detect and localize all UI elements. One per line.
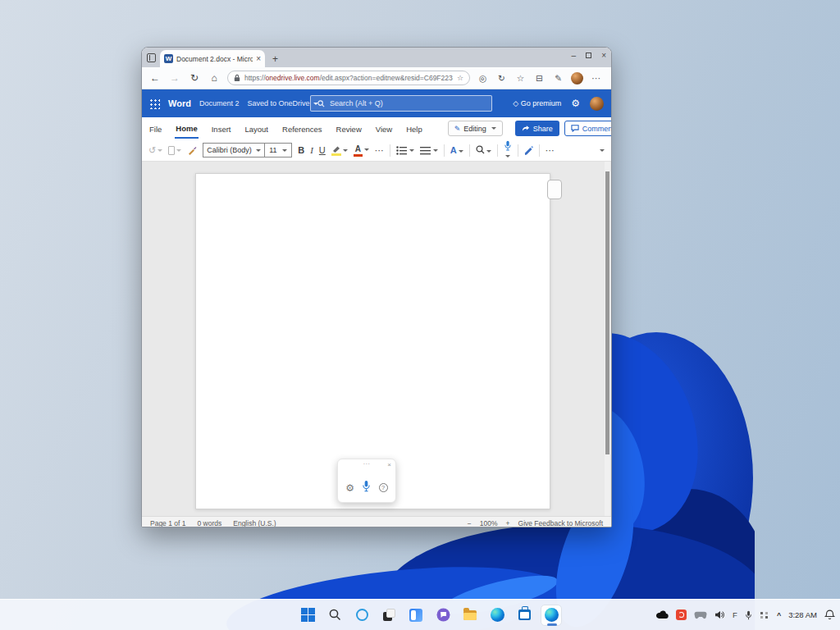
cortana-ring-icon — [356, 609, 368, 621]
paste-button[interactable] — [168, 145, 181, 156]
tab-insert[interactable]: Insert — [211, 120, 232, 138]
browser-profile-avatar[interactable] — [571, 72, 583, 84]
zoom-in-button[interactable]: + — [506, 519, 510, 527]
feedback-link[interactable]: Give Feedback to Microsoft — [518, 519, 603, 527]
browser-tab[interactable]: W Document 2.docx - Microsoft × — [160, 50, 265, 67]
tray-expand-icon[interactable]: ^ — [777, 611, 781, 619]
file-explorer-button[interactable] — [459, 605, 481, 626]
editor-icon[interactable] — [524, 145, 533, 155]
edge-button[interactable] — [486, 605, 508, 626]
scrollbar-thumb[interactable] — [605, 171, 609, 454]
line-spacing-icon — [420, 146, 431, 155]
onedrive-cloud-icon[interactable] — [655, 610, 669, 619]
cortana-button[interactable] — [351, 605, 372, 626]
forward-icon[interactable]: → — [168, 72, 181, 84]
sync-icon[interactable]: ↻ — [495, 73, 508, 83]
edge-running-button[interactable] — [541, 605, 562, 626]
home-icon[interactable]: ⌂ — [208, 72, 221, 84]
bullet-list-icon — [396, 146, 407, 155]
teams-chat-icon — [436, 608, 450, 622]
settings-gear-icon[interactable]: ⚙ — [571, 98, 580, 108]
more-font-options-button[interactable]: ⋯ — [375, 145, 384, 156]
tab-help[interactable]: Help — [405, 120, 423, 138]
bullets-button[interactable] — [396, 146, 407, 155]
tab-review[interactable]: Review — [336, 120, 363, 138]
favorites-icon[interactable]: ☆ — [457, 74, 463, 82]
microsoft-store-button[interactable] — [514, 605, 535, 626]
zoom-out-button[interactable]: − — [468, 519, 472, 527]
language-indicator[interactable]: English (U.S.) — [233, 519, 276, 527]
underline-button[interactable]: U — [319, 145, 326, 155]
notifications-bell-icon[interactable] — [824, 609, 835, 620]
address-bar[interactable]: https://onedrive.live.com/edit.aspx?acti… — [227, 71, 470, 85]
chat-button[interactable] — [432, 605, 454, 626]
search-button[interactable] — [324, 605, 345, 626]
go-premium-button[interactable]: ◇ Go premium — [513, 99, 561, 107]
document-name[interactable]: Document 2 — [199, 99, 240, 107]
tray-app-icon[interactable] — [676, 609, 687, 620]
xbox-gamebar-icon[interactable] — [694, 611, 707, 619]
web-capture-icon[interactable]: ✎ — [552, 73, 564, 83]
tab-close-icon[interactable]: × — [256, 54, 261, 63]
more-commands-button[interactable]: ⋯ — [546, 145, 555, 156]
editing-mode-dropdown[interactable]: ✎ Editing — [448, 121, 503, 136]
tray-pen-indicator[interactable]: F — [733, 610, 737, 619]
search-input[interactable]: Search (Alt + Q) — [310, 95, 492, 112]
maximize-button[interactable] — [586, 52, 591, 58]
zoom-level[interactable]: 100% — [480, 519, 498, 527]
collections-icon[interactable]: ⊟ — [533, 73, 546, 83]
dictation-settings-icon[interactable]: ⚙ — [345, 483, 354, 493]
volume-icon[interactable] — [714, 610, 725, 619]
comment-margin-button[interactable] — [547, 180, 562, 199]
tray-microphone-icon[interactable] — [745, 610, 752, 620]
find-button[interactable] — [476, 145, 491, 156]
styles-button[interactable]: A — [450, 145, 463, 155]
tab-layout[interactable]: Layout — [244, 120, 269, 138]
windows-logo-icon — [301, 608, 315, 622]
comments-button[interactable]: Comments — [564, 121, 612, 136]
network-icon[interactable] — [760, 611, 769, 619]
tab-view[interactable]: View — [375, 120, 393, 138]
account-avatar[interactable] — [590, 97, 604, 111]
comment-icon — [571, 125, 579, 132]
read-aloud-icon[interactable]: ◎ — [477, 73, 489, 83]
widgets-button[interactable] — [405, 605, 427, 626]
browser-menu-icon[interactable]: ⋯ — [590, 73, 602, 83]
italic-button[interactable]: I — [310, 145, 313, 155]
clock[interactable]: 3:28 AM — [788, 610, 817, 619]
dictation-help-icon[interactable]: ? — [379, 483, 388, 492]
highlighter-icon — [331, 145, 341, 153]
tab-home[interactable]: Home — [175, 119, 198, 139]
format-painter-icon[interactable] — [187, 145, 197, 155]
undo-button[interactable]: ↺ — [148, 145, 162, 156]
start-button[interactable] — [297, 605, 318, 626]
word-app-name[interactable]: Word — [168, 98, 191, 108]
dictate-button[interactable] — [504, 140, 512, 161]
dictation-mic-button[interactable] — [362, 480, 371, 495]
save-status[interactable]: Saved to OneDrive — [247, 99, 318, 107]
tab-file[interactable]: File — [148, 120, 162, 138]
collapse-ribbon-icon[interactable] — [600, 149, 605, 152]
font-size-dropdown[interactable]: 11 — [265, 146, 291, 154]
font-color-button[interactable]: A — [354, 144, 369, 157]
app-launcher-icon[interactable] — [149, 98, 160, 109]
search-placeholder: Search (Alt + Q) — [330, 99, 383, 107]
scrollbar[interactable] — [605, 162, 610, 516]
share-button[interactable]: Share — [515, 121, 559, 136]
word-count[interactable]: 0 words — [197, 519, 221, 527]
dictation-close-icon[interactable]: × — [387, 461, 391, 468]
favorites-bar-icon[interactable]: ☆ — [514, 73, 527, 83]
tab-references[interactable]: References — [281, 120, 323, 138]
new-tab-button[interactable]: + — [272, 53, 278, 65]
highlight-button[interactable] — [331, 144, 348, 156]
close-button[interactable]: × — [601, 51, 606, 60]
back-icon[interactable]: ← — [148, 72, 162, 84]
refresh-icon[interactable]: ↻ — [188, 72, 201, 84]
line-spacing-button[interactable] — [420, 146, 431, 155]
minimize-button[interactable]: – — [572, 51, 577, 60]
bold-button[interactable]: B — [298, 145, 304, 155]
tab-actions-button[interactable] — [142, 48, 160, 66]
page-count[interactable]: Page 1 of 1 — [150, 519, 185, 527]
font-name-dropdown[interactable]: Calibri (Body) — [203, 146, 264, 154]
task-view-button[interactable] — [378, 605, 399, 626]
